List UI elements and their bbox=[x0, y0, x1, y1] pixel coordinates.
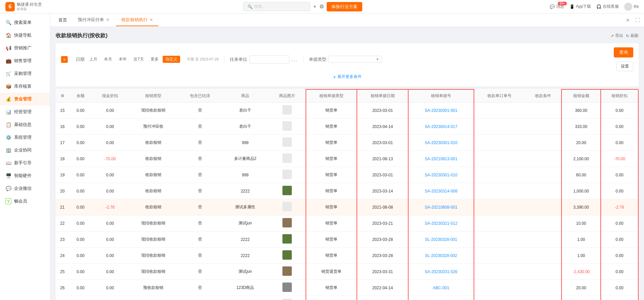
collapse-filter-button[interactable]: » bbox=[61, 56, 68, 63]
query-button[interactable]: 查询 bbox=[614, 47, 633, 57]
top-bar: 6 畅捷通·好生意 标准版 🔍 搜索... ▼ ⚙ 体验行业方案 💬 消息 99… bbox=[0, 0, 644, 13]
cell-writeoff-amount: 10.00 bbox=[561, 215, 601, 231]
cell-product-img bbox=[269, 183, 306, 199]
sidebar-item-business[interactable]: 📊 经营管理 bbox=[0, 105, 50, 118]
tab-prepay-close[interactable]: ✕ bbox=[106, 17, 109, 22]
cell-writeoff-amount: 20.00 bbox=[561, 135, 601, 151]
th-settings[interactable]: ⚙ bbox=[56, 89, 69, 102]
product-thumbnail bbox=[282, 137, 292, 147]
messages-button[interactable]: 💬 消息 99+ bbox=[550, 4, 564, 9]
from-unit-input[interactable] bbox=[249, 55, 289, 63]
cell-bill-date: 2023-03-28 bbox=[357, 248, 408, 264]
cell-balance: 0.00 bbox=[69, 264, 92, 280]
sidebar-item-system[interactable]: ⚙️ 系统管理 bbox=[0, 131, 50, 144]
logo-icon: 6 bbox=[5, 2, 15, 11]
cart-icon: 🛒 bbox=[5, 71, 11, 77]
sidebar-item-finance[interactable]: 💰 资金管理 bbox=[0, 93, 50, 105]
bill-no-link[interactable]: SA-20230314-008 bbox=[425, 189, 457, 194]
table-row: 21 0.00 -2.76 收款核销 否 测试多属性 销货单 2021-08-0… bbox=[56, 199, 638, 215]
vip-icon: V bbox=[5, 198, 11, 204]
bill-no-link[interactable]: SL-20230328-002 bbox=[425, 253, 457, 258]
custom-date-btn[interactable]: 自定义 bbox=[163, 56, 180, 63]
last-7days-btn[interactable]: 近7天 bbox=[131, 56, 147, 63]
cell-product-img bbox=[269, 231, 306, 248]
app-download-button[interactable]: 📱 App下载 bbox=[570, 4, 591, 9]
tab-receipt[interactable]: 收款核销执行 ✕ bbox=[116, 14, 158, 26]
sidebar-item-marketing[interactable]: 📢 营销推广 bbox=[0, 42, 50, 54]
cell-product: 123D商品 bbox=[222, 280, 269, 296]
cell-bill-no: SA-20210808-001 bbox=[408, 199, 474, 215]
cell-writeoff-discount: 0.00 bbox=[601, 264, 638, 280]
this-year-btn[interactable]: 本年 bbox=[116, 56, 129, 63]
cell-bill-report-type: 销货单 bbox=[306, 183, 357, 199]
cell-include-settled: 否 bbox=[178, 199, 222, 215]
sidebar-item-sales[interactable]: 💼 销售管理 bbox=[0, 54, 50, 67]
sidebar-item-member[interactable]: V 畅会员 bbox=[0, 195, 50, 208]
tab-prepay[interactable]: 预付冲应付单 ✕ bbox=[72, 14, 115, 26]
sidebar-item-wechat[interactable]: 💬 企业微信 bbox=[0, 182, 50, 195]
sidebar-item-basic[interactable]: 📋 基础信息 bbox=[0, 118, 50, 131]
cell-writeoff-type: 收款核销 bbox=[128, 151, 178, 167]
cell-balance: 0.00 bbox=[69, 102, 92, 119]
th-product-img: 商品图片 bbox=[269, 89, 306, 102]
cell-receipt-condition bbox=[525, 280, 561, 296]
bill-no-link[interactable]: SA-20230301-010 bbox=[425, 173, 457, 177]
expand-more-button[interactable]: ∨ 展开更多条件 bbox=[61, 74, 633, 80]
bill-no-link[interactable]: SL-20230328-001 bbox=[425, 237, 457, 242]
th-writeoff-type: 核销类型 bbox=[128, 89, 178, 102]
bill-no-link[interactable]: SA-20230331-026 bbox=[425, 269, 457, 274]
cell-product-img bbox=[269, 296, 306, 300]
online-service-button[interactable]: 🎧 在线客服 bbox=[596, 4, 619, 9]
cell-bill-no: SL-20230328-002 bbox=[408, 248, 474, 264]
cell-bill-report-type: 销货退货单 bbox=[306, 264, 357, 280]
logo-text: 畅捷通·好生意 标准版 bbox=[17, 2, 42, 11]
sidebar-item-purchase[interactable]: 🛒 采购管理 bbox=[0, 67, 50, 80]
refresh-button[interactable]: ↻ 刷新 bbox=[626, 33, 639, 39]
solution-button[interactable]: 体验行业方案 bbox=[327, 2, 362, 11]
cell-bill-report-type: 销货单 bbox=[306, 167, 357, 183]
cell-bill-report-type: 销货单 bbox=[306, 151, 357, 167]
bill-no-link[interactable]: SA-20210813-001 bbox=[425, 157, 457, 161]
cell-cash-discount: 0.00 bbox=[92, 167, 128, 183]
cell-row-no: 22 bbox=[56, 215, 69, 231]
date-range-display: 不限 至 2023-07-26 bbox=[187, 57, 219, 62]
cell-balance: 0.00 bbox=[69, 199, 92, 215]
cell-balance: 0.00 bbox=[69, 296, 92, 300]
search-input[interactable]: 🔍 搜索... bbox=[243, 2, 310, 11]
bill-no-link[interactable]: SA-20230321-012 bbox=[425, 221, 457, 226]
from-unit-filter: 往来单位 ... bbox=[230, 55, 298, 63]
bill-no-link[interactable]: SA-20230301-010 bbox=[425, 140, 457, 145]
maximize-button[interactable]: ⛶ bbox=[634, 16, 641, 24]
cell-receipt-condition bbox=[525, 135, 561, 151]
gear-icon[interactable]: ⚙ bbox=[319, 3, 324, 10]
product-thumbnail bbox=[282, 234, 292, 244]
cell-bill-report-type: 销货单 bbox=[306, 119, 357, 135]
cell-receipt-order-no bbox=[474, 119, 525, 135]
dropdown-arrow-icon[interactable]: ▼ bbox=[313, 4, 317, 9]
bill-no-link[interactable]: SA-20210808-001 bbox=[425, 205, 457, 210]
cell-product-img bbox=[269, 215, 306, 231]
sidebar-item-hardware[interactable]: 🖥️ 智能硬件 bbox=[0, 169, 50, 182]
bill-no-link[interactable]: ABC-001 bbox=[433, 286, 449, 290]
cell-writeoff-type: 现结收款核销 bbox=[128, 215, 178, 231]
sidebar-item-search[interactable]: 🔍 搜索菜单 bbox=[0, 16, 50, 29]
sidebar-item-enterprise[interactable]: 🏢 企业协同 bbox=[0, 144, 50, 157]
more-date-btn[interactable]: 更多 bbox=[148, 56, 161, 63]
settings-button[interactable]: 设置 bbox=[616, 61, 633, 71]
bill-no-link[interactable]: SA-20230414-017 bbox=[425, 124, 457, 129]
tab-home[interactable]: 首页 bbox=[53, 14, 72, 26]
bill-type-select[interactable]: ▼ bbox=[328, 56, 382, 63]
table-row: 16 0.00 0.00 预付冲应收 否 老白干 销货单 2023-04-14 … bbox=[56, 119, 638, 135]
sidebar-item-inventory[interactable]: 📦 库存核算 bbox=[0, 80, 50, 93]
tab-receipt-close[interactable]: ✕ bbox=[150, 17, 153, 22]
this-month-btn[interactable]: 本月 bbox=[101, 56, 115, 63]
sidebar-item-quick-nav[interactable]: 🏠 快捷导航 bbox=[0, 29, 50, 42]
close-all-tabs-button[interactable]: ✕ bbox=[625, 16, 631, 24]
export-button[interactable]: ↗ 导出 bbox=[610, 33, 623, 39]
cell-receipt-order-no bbox=[474, 296, 525, 300]
last-month-btn[interactable]: 上月 bbox=[87, 56, 100, 63]
user-menu[interactable]: Rit bbox=[624, 3, 639, 11]
cell-bill-date: 2023-03-01 bbox=[357, 135, 408, 151]
bill-no-link[interactable]: SA-20230301-001 bbox=[425, 108, 457, 113]
sidebar-item-guide[interactable]: 📖 新手引导 bbox=[0, 157, 50, 169]
